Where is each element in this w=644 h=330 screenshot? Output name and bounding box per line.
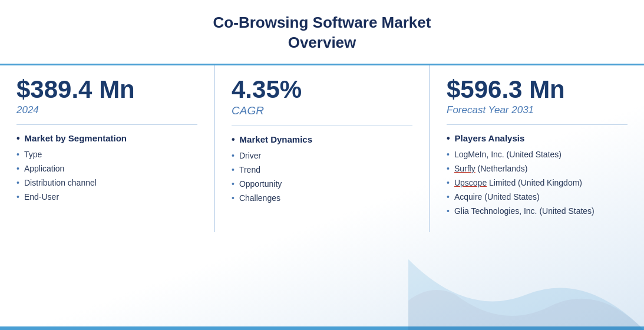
stat-value-2031: $596.3 Mn [447,76,628,103]
upscope-link[interactable]: Upscope [454,178,487,187]
column-market-size: $389.4 Mn 2024 Market by Segmentation Ty… [0,65,215,232]
stat-label-2031: Forecast Year 2031 [447,104,628,116]
page-title: Co-Browsing Software Market Overview [12,13,632,53]
list-item: Challenges [232,193,412,203]
list-item: Application [16,164,197,173]
list-item: Driver [232,151,412,160]
bottom-bar [0,326,644,330]
dynamics-list: Driver Trend Opportunity Challenges [232,151,412,203]
list-item: Opportunity [232,179,412,189]
column-forecast: $596.3 Mn Forecast Year 2031 Players Ana… [430,65,644,232]
stat-value-cagr: 4.35% [232,76,412,103]
stat-label-cagr: CAGR [232,104,412,117]
wave-decoration [408,224,644,330]
list-item: Glia Technologies, Inc. (United States) [447,206,628,216]
bottom-bar-1 [0,326,214,330]
stat-label-2024: 2024 [16,104,197,116]
list-item: Type [16,150,197,159]
list-title-segmentation: Market by Segmentation [16,133,197,144]
list-item: LogMeIn, Inc. (United States) [447,150,628,159]
columns-wrapper: $389.4 Mn 2024 Market by Segmentation Ty… [0,64,644,232]
stat-value-2024: $389.4 Mn [16,76,197,103]
segmentation-list: Type Application Distribution channel En… [16,150,197,202]
list-item: Distribution channel [16,178,197,187]
list-title-players: Players Analysis [447,133,628,144]
page-wrapper: Co-Browsing Software Market Overview $38… [0,0,644,330]
bottom-bar-2 [214,326,429,330]
players-list: LogMeIn, Inc. (United States) Surfly (Ne… [447,150,628,216]
list-item: Trend [232,165,412,174]
list-item: Surfly (Netherlands) [447,164,628,173]
list-title-dynamics: Market Dynamics [232,134,412,145]
list-item: End-User [16,192,197,202]
surfly-link[interactable]: Surfly [454,164,475,173]
list-item: Upscope Limited (United Kingdom) [447,178,628,187]
title-section: Co-Browsing Software Market Overview [0,0,644,59]
column-cagr: 4.35% CAGR Market Dynamics Driver Trend … [215,65,430,232]
list-item: Acquire (United States) [447,192,628,202]
bottom-bar-3 [430,326,644,330]
